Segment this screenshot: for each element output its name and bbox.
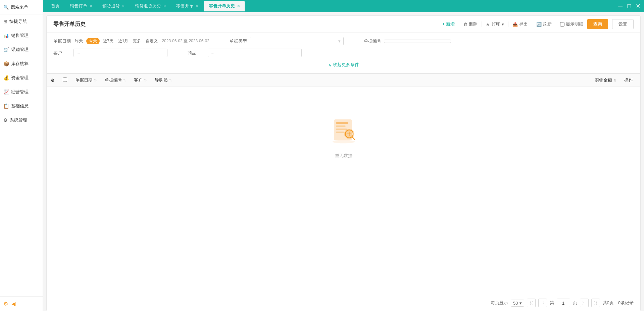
svg-point-0 bbox=[332, 140, 355, 143]
next-page-btn[interactable]: 〉 bbox=[580, 299, 589, 307]
finance-icon: 💰 bbox=[3, 75, 9, 81]
display-detail-button[interactable]: 显示明细 bbox=[560, 21, 583, 27]
export-button[interactable]: 📤 导出 bbox=[512, 21, 528, 27]
collapse-sidebar-icon[interactable]: ◀ bbox=[11, 301, 15, 307]
first-page-btn[interactable]: ⟨⟨ bbox=[527, 299, 536, 307]
bill-no-input[interactable] bbox=[384, 40, 451, 43]
col-action: 操作 bbox=[620, 74, 640, 87]
window-minimize[interactable]: ─ bbox=[618, 3, 623, 10]
query-button[interactable]: 查询 bbox=[587, 19, 608, 29]
svg-rect-3 bbox=[336, 125, 345, 127]
empty-text: 暂无数据 bbox=[335, 153, 352, 159]
table-header-row: ⚙ 单据日期 ⇅ 单据编号 ⇅ bbox=[47, 74, 640, 87]
shortcut-1month[interactable]: 近1月 bbox=[117, 38, 130, 44]
col-customer[interactable]: 客户 ⇅ bbox=[130, 74, 151, 87]
col-date-label: 单据日期 bbox=[75, 77, 93, 83]
tab-sales-order-close[interactable]: ✕ bbox=[89, 4, 92, 8]
sidebar-item-inventory[interactable]: 📦 库存核算 bbox=[0, 57, 43, 71]
sidebar-item-label: 经营管理 bbox=[11, 89, 29, 95]
shortcut-custom[interactable]: 自定义 bbox=[144, 38, 159, 44]
settings-button[interactable]: 设置 bbox=[612, 19, 634, 29]
add-button[interactable]: + 新增 bbox=[442, 21, 455, 27]
content-wrapper: 零售开单历史 + 新增 🗑 删除 🖨 打印 ▾ bbox=[43, 12, 644, 311]
col-no[interactable]: 单据编号 ⇅ bbox=[101, 74, 130, 87]
delete-label: 删除 bbox=[469, 21, 478, 27]
tab-bar-right: ─ □ ✕ bbox=[618, 2, 641, 10]
shortcut-more[interactable]: 更多 bbox=[132, 38, 142, 44]
sidebar-item-sales-mgmt[interactable]: 📊 销售管理 bbox=[0, 29, 43, 43]
empty-state: 暂无数据 bbox=[47, 87, 640, 186]
col-salesperson[interactable]: 导购员 ⇅ bbox=[151, 74, 176, 87]
goods-input[interactable]: ··· bbox=[208, 49, 302, 57]
col-salesperson-sort-icon: ⇅ bbox=[169, 79, 172, 82]
page-label: 第 bbox=[550, 300, 554, 306]
tab-sales-return-history-label: 销货退货历史 bbox=[135, 3, 161, 9]
system-icon: ⚙ bbox=[3, 117, 8, 123]
sidebar-item-system[interactable]: ⚙ 系统管理 bbox=[0, 113, 43, 127]
refresh-button[interactable]: 🔄 刷新 bbox=[536, 21, 552, 27]
tab-sales-return[interactable]: 销货退货 ✕ bbox=[98, 1, 130, 11]
tab-home[interactable]: 首页 bbox=[46, 1, 64, 11]
display-detail-checkbox[interactable] bbox=[560, 22, 564, 27]
collapse-button[interactable]: ∧ 收起更多条件 bbox=[324, 60, 363, 69]
basic-info-icon: 📋 bbox=[3, 103, 9, 109]
table-check-header[interactable] bbox=[59, 74, 71, 87]
per-page-select[interactable]: 50 ▾ bbox=[511, 300, 524, 307]
window-close[interactable]: ✕ bbox=[636, 2, 641, 10]
display-detail-label: 显示明细 bbox=[566, 21, 583, 27]
tab-sales-order[interactable]: 销售订单 ✕ bbox=[65, 1, 97, 11]
pagination-bar: 每页显示 50 ▾ ⟨⟨ 〈 第 1 页 〉 ⟩⟩ 共0页，0条记录 bbox=[47, 295, 640, 311]
table-body: 暂无数据 bbox=[47, 87, 640, 186]
tab-retail-history-close[interactable]: ✕ bbox=[237, 4, 240, 8]
tab-retail-history[interactable]: 零售开单历史 ✕ bbox=[204, 1, 245, 11]
filter-row-1: 单据日期 昨天 今天 近7天 近1月 更多 自定义 2023-06-02 至 2… bbox=[53, 37, 634, 45]
sidebar-item-operations[interactable]: 📈 经营管理 bbox=[0, 85, 43, 99]
print-button[interactable]: 🖨 打印 ▾ bbox=[486, 21, 504, 27]
tab-sales-return-history[interactable]: 销货退货历史 ✕ bbox=[130, 1, 171, 11]
tab-home-label: 首页 bbox=[51, 3, 60, 9]
customer-label: 客户 bbox=[53, 50, 62, 56]
empty-state-row: 暂无数据 bbox=[47, 87, 640, 186]
col-amount[interactable]: 实销金额 ⇅ bbox=[591, 74, 620, 87]
sidebar-search[interactable]: 🔍 搜索采单 bbox=[0, 0, 43, 14]
shortcut-7days[interactable]: 近7天 bbox=[102, 38, 115, 44]
tab-retail-open-close[interactable]: ✕ bbox=[196, 4, 199, 8]
print-icon: 🖨 bbox=[486, 22, 490, 27]
collapse-label: 收起更多条件 bbox=[333, 62, 359, 68]
last-page-btn[interactable]: ⟩⟩ bbox=[591, 299, 600, 307]
col-date[interactable]: 单据日期 ⇅ bbox=[71, 74, 101, 87]
table-settings-header[interactable]: ⚙ bbox=[47, 74, 59, 87]
prev-page-btn[interactable]: 〈 bbox=[538, 299, 547, 307]
bill-no-filter: 单据编号 bbox=[364, 38, 451, 44]
main: 首页 销售订单 ✕ 销货退货 ✕ 销货退货历史 ✕ 零售开单 ✕ 零售开单历史 … bbox=[43, 0, 644, 311]
customer-filter: 客户 ··· bbox=[53, 49, 167, 57]
sidebar-item-purchase-mgmt[interactable]: 🛒 采购管理 bbox=[0, 43, 43, 57]
date-filter: 单据日期 昨天 今天 近7天 近1月 更多 自定义 2023-06-02 至 2… bbox=[53, 38, 209, 44]
bill-type-dropdown-icon: ▾ bbox=[338, 39, 341, 44]
settings-gear-icon: ⚙ bbox=[51, 78, 55, 83]
svg-rect-5 bbox=[336, 132, 344, 133]
sidebar-bottom: ⚙ ◀ bbox=[0, 296, 43, 311]
divider-5 bbox=[556, 21, 556, 27]
tab-retail-open[interactable]: 零售开单 ✕ bbox=[171, 1, 203, 11]
page-number-input[interactable]: 1 bbox=[557, 299, 570, 307]
tab-sales-return-close[interactable]: ✕ bbox=[122, 4, 125, 8]
window-maximize[interactable]: □ bbox=[627, 3, 631, 10]
sidebar-item-finance[interactable]: 💰 资金管理 bbox=[0, 71, 43, 85]
sidebar-item-quick-nav[interactable]: ⊞ 快捷导航 bbox=[0, 14, 43, 29]
sidebar-item-basic-info[interactable]: 📋 基础信息 bbox=[0, 99, 43, 113]
bill-no-label: 单据编号 bbox=[364, 38, 381, 44]
add-label: + 新增 bbox=[442, 21, 455, 27]
shortcut-today[interactable]: 今天 bbox=[86, 38, 100, 44]
bill-type-select[interactable]: ▾ bbox=[250, 37, 344, 45]
shortcut-yesterday[interactable]: 昨天 bbox=[73, 38, 84, 44]
customer-input[interactable]: ··· bbox=[73, 49, 167, 57]
delete-icon: 🗑 bbox=[463, 22, 467, 27]
svg-rect-4 bbox=[336, 128, 347, 130]
tab-sales-return-history-close[interactable]: ✕ bbox=[163, 4, 166, 8]
select-all-checkbox[interactable] bbox=[63, 77, 67, 82]
export-label: 导出 bbox=[519, 21, 528, 27]
delete-button[interactable]: 🗑 删除 bbox=[463, 21, 478, 27]
settings-icon[interactable]: ⚙ bbox=[3, 301, 8, 307]
col-amount-label: 实销金额 bbox=[595, 77, 612, 83]
